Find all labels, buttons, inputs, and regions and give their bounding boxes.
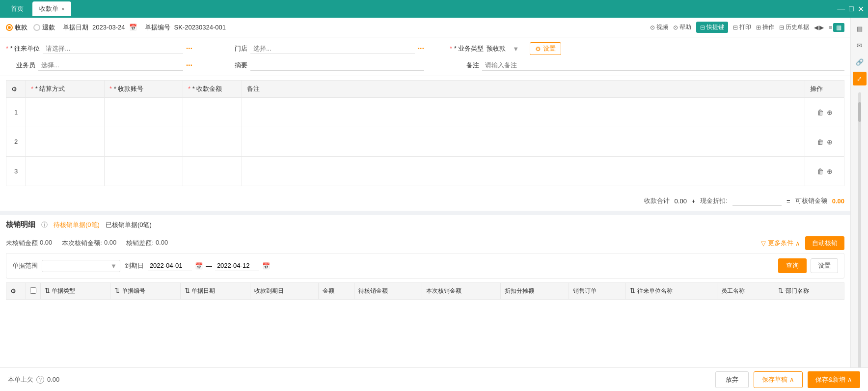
save-new-btn[interactable]: 保存&新增 ∧ xyxy=(808,371,860,388)
info-icon[interactable]: ? xyxy=(36,376,44,384)
business-type-dropdown-icon[interactable]: ▼ xyxy=(513,45,519,53)
counterparty-more-icon[interactable]: ··· xyxy=(186,44,192,53)
date-separator: — xyxy=(206,262,212,270)
radio-dot-shoukuan xyxy=(6,24,13,31)
due-date-label: 到期日 xyxy=(125,261,144,270)
bottom-settings-icon[interactable]: ⚙ xyxy=(10,287,16,295)
business-type-value: 预收款 xyxy=(487,44,506,53)
help-btn[interactable]: ⊙ 帮助 xyxy=(673,23,691,31)
auto-verify-btn[interactable]: 自动核销 xyxy=(805,236,844,250)
row-2-copy-icon[interactable]: ⊕ xyxy=(827,138,833,146)
tab-current[interactable]: 收款单 × xyxy=(32,1,71,16)
row-1-amount[interactable] xyxy=(183,98,242,127)
tab-close-icon[interactable]: × xyxy=(61,6,64,12)
close-btn[interactable]: ✕ xyxy=(858,4,864,14)
row-3-settle[interactable] xyxy=(26,157,105,186)
radio-tuikuan[interactable]: 退款 xyxy=(33,23,55,32)
row-3-remark[interactable] xyxy=(242,157,805,186)
video-btn[interactable]: ⊙ 视频 xyxy=(650,23,668,31)
operation-btn[interactable]: ⊞ 操作 xyxy=(756,23,774,31)
draft-btn[interactable]: 保存草稿 ∧ xyxy=(754,371,803,388)
sidebar-table-icon[interactable]: ▤ xyxy=(853,22,867,35)
row-2-op: 🗑 ⊕ xyxy=(805,127,844,157)
business-type-label: * 业务类型 xyxy=(450,44,484,53)
row-3-account[interactable] xyxy=(105,157,183,186)
row-2-remark[interactable] xyxy=(242,127,805,157)
row-1-num: 1 xyxy=(6,98,26,127)
row-3-delete-icon[interactable]: 🗑 xyxy=(817,168,824,175)
sidebar-expand-icon[interactable]: ⤢ xyxy=(853,72,867,85)
tab-bar: 首页 收款单 × — □ ✕ xyxy=(0,0,868,18)
history-btn[interactable]: ⊟ 历史单据 xyxy=(779,23,809,31)
next-btn[interactable]: ▶ xyxy=(819,24,824,31)
calendar-icon[interactable]: 📅 xyxy=(129,24,137,31)
unchecked-group: 未核销金额 0.00 xyxy=(6,239,52,248)
tab-home[interactable]: 首页 xyxy=(4,1,30,16)
radio-tuikuan-label: 退款 xyxy=(42,23,55,32)
date-from-input[interactable] xyxy=(148,260,192,271)
bottom-col-employee: 员工名称 xyxy=(717,283,774,300)
row-1-delete-icon[interactable]: 🗑 xyxy=(817,109,824,116)
list-view-icon[interactable]: ≡ xyxy=(829,23,832,32)
more-conditions-btn[interactable]: ▽ 更多条件 ∧ xyxy=(761,239,800,248)
row-2-account[interactable] xyxy=(105,127,183,157)
radio-dot-tuikuan xyxy=(33,24,40,31)
filter-settings-btn[interactable]: 设置 xyxy=(811,258,838,273)
bottom-col-settings: ⚙ xyxy=(6,283,26,300)
pending-tab[interactable]: 待核销单据(0笔) xyxy=(54,221,100,229)
row-3-copy-icon[interactable]: ⊕ xyxy=(827,168,833,175)
shortcut-btn[interactable]: ⊟ 快捷键 xyxy=(696,22,728,33)
done-tab[interactable]: 已核销单据(0笔) xyxy=(106,221,152,229)
store-input[interactable] xyxy=(250,43,415,54)
view-icons: ≡ ▦ xyxy=(829,23,844,32)
cal-from-icon[interactable]: 📅 xyxy=(195,262,203,270)
settings-button[interactable]: ⚙ 设置 xyxy=(530,42,561,55)
scrollbar-thumb[interactable] xyxy=(858,102,861,122)
salesperson-more-icon[interactable]: ··· xyxy=(186,61,192,70)
row-1-settle[interactable] xyxy=(26,98,105,127)
sidebar-mail-icon[interactable]: ✉ xyxy=(853,38,867,52)
prev-btn[interactable]: ◀ xyxy=(814,24,818,31)
current-label: 本次核销金额: xyxy=(62,239,102,248)
row-1-copy-icon[interactable]: ⊕ xyxy=(827,109,833,116)
row-2-delete-icon[interactable]: 🗑 xyxy=(817,138,824,146)
date-to-input[interactable] xyxy=(215,260,259,271)
sidebar-link-icon[interactable]: 🔗 xyxy=(853,55,867,69)
filter-right: 查询 设置 xyxy=(778,258,838,273)
query-btn[interactable]: 查询 xyxy=(778,258,807,273)
print-btn[interactable]: ⊟ 打印 xyxy=(733,23,751,31)
row-1-account[interactable] xyxy=(105,98,183,127)
bottom-col-current: 本次核销金额 xyxy=(422,283,501,300)
store-more-icon[interactable]: ··· xyxy=(418,44,424,53)
abandon-btn[interactable]: 放弃 xyxy=(715,371,749,388)
row-2-settle[interactable] xyxy=(26,127,105,157)
grid-view-icon[interactable]: ▦ xyxy=(833,23,844,32)
cal-to-icon[interactable]: 📅 xyxy=(262,262,270,270)
remark-input[interactable] xyxy=(482,60,844,71)
verify-title: 核销明细 xyxy=(6,220,35,229)
counterparty-input[interactable] xyxy=(43,43,183,54)
maximize-btn[interactable]: □ xyxy=(849,4,854,14)
row-2-amount[interactable] xyxy=(183,127,242,157)
footer-info-label: 本单上欠 xyxy=(8,375,33,384)
salesperson-input[interactable] xyxy=(38,60,183,71)
range-select[interactable] xyxy=(42,260,120,272)
bottom-col-docdate: ⇅ 单据日期 xyxy=(180,283,250,300)
bottom-col-docnum: ⇅ 单据编号 xyxy=(110,283,180,300)
minimize-btn[interactable]: — xyxy=(837,4,845,14)
select-all-checkbox[interactable] xyxy=(30,287,36,294)
radio-shoukuan[interactable]: 收款 xyxy=(6,23,27,32)
verify-info-icon[interactable]: ⓘ xyxy=(41,221,48,229)
diff-label: 核销差额: xyxy=(126,239,154,248)
summary-input[interactable] xyxy=(250,60,424,71)
remark-group: 备注 xyxy=(450,60,844,71)
row-3-amount[interactable] xyxy=(183,157,242,186)
row-3-op: 🗑 ⊕ xyxy=(805,157,844,186)
table-settings-icon[interactable]: ⚙ xyxy=(11,85,17,93)
payment-table: ⚙ * 结算方式 * 收款账号 * 收款金额 备注 操作 xyxy=(6,80,844,186)
data-table-section: ⚙ * 结算方式 * 收款账号 * 收款金额 备注 操作 xyxy=(0,76,850,191)
main-area: 收款 退款 单据日期 2023-03-24 📅 单据编号 SK-20230324… xyxy=(0,18,868,391)
row-1-remark[interactable] xyxy=(242,98,805,127)
available-label: 可核销金额 xyxy=(795,196,827,205)
discount-input[interactable] xyxy=(732,196,782,206)
